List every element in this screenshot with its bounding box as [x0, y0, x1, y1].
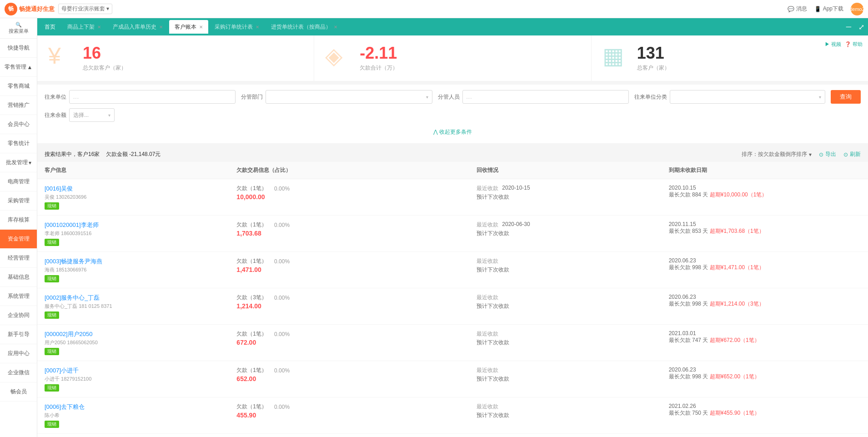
export-btn[interactable]: ⊙ 导出: [819, 151, 836, 158]
sidebar-item-member[interactable]: 会员中心: [0, 115, 37, 134]
sidebar-item-retail-mgmt[interactable]: 零售管理 ▲: [0, 58, 37, 77]
overdue-link-1[interactable]: 超期¥1,703.68（1笔）: [710, 228, 764, 234]
debt-info-3: 欠款（3笔） 1,214.00 0.00%: [236, 294, 477, 310]
recovery-info-5: 最近收款 预计下次收款: [477, 367, 668, 384]
next-label-1: 预计下次收款: [477, 230, 509, 237]
customer-name-0[interactable]: [0016]吴俊: [45, 185, 236, 193]
sidebar-item-base-info[interactable]: 基础信息: [0, 268, 37, 287]
customer-tag-1: 现销: [45, 239, 59, 246]
app-download-btn[interactable]: 📱 App下载: [814, 5, 843, 13]
results-bar: 搜索结果中，客户16家 欠款金额 -21,148.07元 排序：按欠款金额倒序排…: [37, 147, 868, 162]
tab-product-listing[interactable]: 商品上下架 ✕: [62, 20, 106, 34]
customer-tag-4: 现销: [45, 348, 59, 355]
stat-card-amount: ◈ -2.11 欠款合计（万）: [314, 35, 591, 81]
tab-close-product-listing[interactable]: ✕: [97, 25, 101, 30]
stat-card-total: ▦ 131 总客户（家） ▶ 视频 ❓ 帮助: [592, 35, 868, 81]
sidebar-item-vip-member[interactable]: 畅会员: [0, 382, 37, 402]
overdue-link-3[interactable]: 超期¥1,214.00（3笔）: [710, 301, 764, 307]
debt-amount-3: 1,214.00: [236, 302, 267, 310]
sidebar-item-quick-nav[interactable]: 快捷导航: [0, 39, 37, 58]
tab-maximize-icon[interactable]: ⤢: [857, 23, 866, 31]
table-row: [0007]小进千 小进千 18279152100 现销 欠款（1笔） 652.…: [37, 361, 868, 397]
customer-info-1: [0001020001]李老师 李老师 18600391516 现销: [45, 221, 236, 246]
customer-name-3[interactable]: [0002]服务中心_丁磊: [45, 294, 236, 302]
user-avatar: demo2: [851, 3, 863, 15]
video-btn[interactable]: ▶ 视频: [825, 41, 841, 48]
overdue-link-2[interactable]: 超期¥1,471.00（1笔）: [710, 264, 764, 271]
customer-name-6[interactable]: [0006]去下粮仓: [45, 403, 236, 411]
stat-value-total: 131: [637, 45, 670, 61]
sidebar-item-batch-mgmt[interactable]: 批发管理 ▾: [0, 153, 37, 172]
tab-inbound-stats[interactable]: 进货单统计表（按商品） ✕: [266, 20, 343, 34]
tab-bar: 首页 商品上下架 ✕ 产成品入库单历史 ✕ 客户账本 ✕ 采购订单统计表 ✕: [37, 18, 868, 35]
debt-title-2: 欠款（1笔）: [236, 257, 267, 265]
debt-title-5: 欠款（1笔）: [236, 367, 267, 374]
sort-selector[interactable]: 排序：按欠款金额倒序排序 ▾: [742, 151, 812, 158]
overdue-link-0[interactable]: 超期¥10,000.00（1笔）: [710, 191, 768, 198]
filter-dept-label: 分管部门: [241, 93, 263, 101]
sidebar-item-marketing[interactable]: 营销推广: [0, 96, 37, 115]
customer-contact-1: 李老师 18600391516: [45, 230, 236, 237]
sidebar-item-inventory[interactable]: 库存核算: [0, 211, 37, 230]
tab-home[interactable]: 首页: [39, 20, 61, 34]
date-info-4: 2021.03.01 最长欠款 747 天 超期¥672.00（1笔）: [669, 330, 861, 344]
refresh-icon: ⊙: [843, 151, 848, 158]
overdue-link-6[interactable]: 超期¥455.90（1笔）: [710, 410, 760, 416]
stat-card-customers: ¥ 16 总欠款客户（家）: [37, 35, 314, 81]
collapse-btn[interactable]: ⋀ 收起更多条件: [45, 126, 861, 138]
industry-selector[interactable]: 母婴行业演示账套 ▾: [58, 4, 112, 14]
customer-info-3: [0002]服务中心_丁磊 服务中心_丁磊 181 0125 8371 现销: [45, 294, 236, 319]
customer-name-4[interactable]: [000002]用户2050: [45, 330, 236, 338]
customer-name-2[interactable]: [0003]畅捷服务尹海燕: [45, 257, 236, 266]
tab-minimize-icon[interactable]: ─: [844, 23, 853, 31]
debt-info-0: 欠款（1笔） 10,000.00 0.00%: [236, 185, 477, 201]
results-actions: 排序：按欠款金额倒序排序 ▾ ⊙ 导出 ⊙ 刷新: [742, 151, 861, 158]
filter-client-label: 往来单位: [45, 93, 66, 101]
tab-close-inbound-stats[interactable]: ✕: [334, 25, 337, 30]
filter-balance-select[interactable]: 选择... ▾: [69, 108, 115, 122]
sidebar-item-purchase[interactable]: 采购管理: [0, 191, 37, 211]
customer-info-0: [0016]吴俊 吴俊 13026203696 现销: [45, 185, 236, 210]
help-btn[interactable]: ❓ 帮助: [845, 41, 863, 48]
sidebar-item-retail-mall[interactable]: 零售商城: [0, 77, 37, 96]
debt-percent-3: 0.00%: [274, 294, 290, 301]
customer-name-1[interactable]: [0001020001]李老师: [45, 221, 236, 229]
person-dots: ...: [467, 94, 472, 100]
customer-name-5[interactable]: [0007]小进千: [45, 367, 236, 375]
user-menu[interactable]: demo2: [851, 3, 863, 15]
sidebar-item-new-guide[interactable]: 新手引导: [0, 325, 37, 344]
sidebar-item-retail-stats[interactable]: 零售统计: [0, 134, 37, 153]
tab-close-purchase-stats[interactable]: ✕: [256, 25, 259, 30]
tab-customer-account[interactable]: 客户账本 ✕: [169, 20, 208, 34]
customer-contact-2: 海燕 18513066976: [45, 266, 236, 273]
tab-close-production-history[interactable]: ✕: [159, 25, 163, 30]
tab-bar-actions: ─ ⤢: [844, 23, 866, 31]
tab-production-history[interactable]: 产成品入库单历史 ✕: [107, 20, 168, 34]
table-row: [000002]用户2050 用户2050 18665062050 现销 欠款（…: [37, 325, 868, 361]
stat-label-total: 总客户（家）: [637, 64, 670, 72]
sidebar-item-corp-collab[interactable]: 企业协同: [0, 306, 37, 325]
filter-category-input[interactable]: ▾: [670, 90, 825, 104]
overdue-link-5[interactable]: 超期¥652.00（1笔）: [710, 373, 760, 380]
query-button[interactable]: 查询: [831, 90, 861, 104]
sidebar-item-operations[interactable]: 经营管理: [0, 249, 37, 268]
sidebar-item-ecommerce[interactable]: 电商管理: [0, 172, 37, 191]
date-info-6: 2021.02.26 最长欠款 750 天 超期¥455.90（1笔）: [669, 403, 861, 417]
refresh-btn[interactable]: ⊙ 刷新: [843, 151, 861, 158]
message-icon: 💬: [788, 6, 794, 12]
sidebar-search[interactable]: 🔍 搜索菜单: [0, 18, 37, 39]
tab-purchase-stats[interactable]: 采购订单统计表 ✕: [209, 20, 265, 34]
filter-person-input[interactable]: ...: [462, 90, 629, 104]
message-btn[interactable]: 💬 消息: [788, 5, 807, 13]
filter-client-input[interactable]: ...: [69, 90, 236, 104]
sidebar-item-corp-wechat[interactable]: 企业微信: [0, 363, 37, 382]
overdue-link-4[interactable]: 超期¥672.00（1笔）: [710, 337, 760, 343]
sidebar-item-finance[interactable]: 资金管理: [0, 230, 37, 249]
tab-close-customer-account[interactable]: ✕: [199, 25, 203, 30]
sidebar-item-app-center[interactable]: 应用中心: [0, 344, 37, 363]
filter-dept-input[interactable]: ▾: [266, 90, 432, 104]
sidebar-item-system[interactable]: 系统管理: [0, 287, 37, 306]
next-label-6: 预计下次收款: [477, 412, 509, 419]
yuan-icon: ¥: [48, 45, 75, 72]
customer-tag-2: 现销: [45, 275, 59, 282]
